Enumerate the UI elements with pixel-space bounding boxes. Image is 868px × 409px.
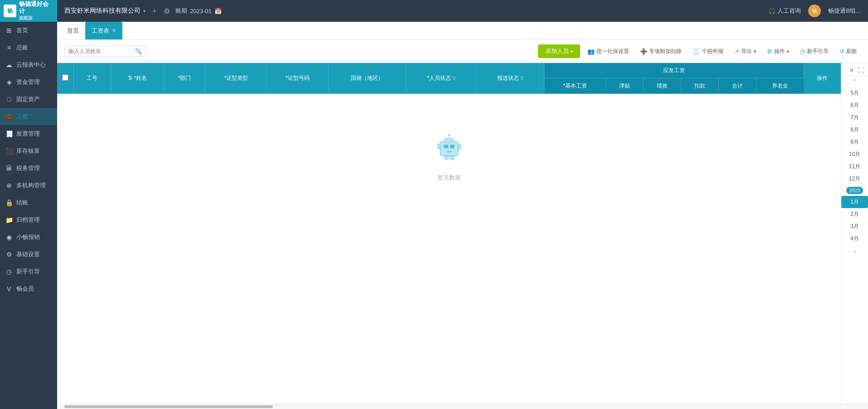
- sidebar-item-label: 总账: [16, 44, 28, 52]
- sidebar-item-label: 云报表中心: [16, 61, 46, 69]
- timeline-scroll-up[interactable]: ⌃: [850, 76, 859, 87]
- sidebar-item-inventory[interactable]: ⬛ 库存核算: [0, 142, 57, 160]
- search-input[interactable]: [68, 48, 132, 54]
- timeline-month-7[interactable]: 7月: [841, 112, 868, 124]
- tax-icon: 🏛: [5, 165, 13, 172]
- close-panel-button[interactable]: ✕: [849, 67, 854, 74]
- search-box[interactable]: 🔍: [64, 46, 146, 57]
- svg-rect-2: [450, 145, 455, 148]
- social-action[interactable]: 👥 统一社保设置: [584, 46, 633, 57]
- sidebar-item-asset[interactable]: □ 固定资产: [0, 91, 57, 108]
- sidebar-item-close[interactable]: 🔒 结账: [0, 194, 57, 211]
- inventory-icon: ⬛: [5, 147, 13, 155]
- tax-label: 个税申报: [702, 48, 723, 55]
- app-subtitle: 旗舰版: [19, 15, 53, 21]
- sidebar-item-fund[interactable]: ◈ 资金管理: [0, 73, 57, 91]
- add-company-icon[interactable]: ＋: [151, 6, 158, 16]
- expense-icon: ◉: [5, 234, 13, 241]
- empty-text: 暂无数据: [437, 174, 461, 182]
- refresh-label: 刷新: [846, 48, 857, 55]
- tab-close-icon[interactable]: ✕: [112, 28, 116, 34]
- calendar-icon[interactable]: 📅: [214, 8, 222, 15]
- sidebar-item-label: 新手引导: [16, 268, 40, 276]
- operate-icon: ⚙: [767, 48, 772, 55]
- invoice-icon: 🧾: [5, 130, 13, 137]
- th-total: 合计: [719, 78, 756, 94]
- tab-home[interactable]: 首页: [61, 22, 85, 39]
- sidebar-item-archive[interactable]: 📁 归档管理: [0, 211, 57, 229]
- user-name: 畅捷通B组...: [828, 7, 861, 15]
- export-action[interactable]: ↗ 导出 ▾: [731, 46, 760, 57]
- timeline-month-10[interactable]: 10月: [841, 148, 868, 161]
- timeline-month-9[interactable]: 9月: [841, 136, 868, 148]
- sidebar-item-multi[interactable]: ⊕ 多机构管理: [0, 177, 57, 194]
- refresh-icon: ↺: [839, 48, 844, 55]
- maximize-panel-button[interactable]: ⛶: [858, 67, 864, 74]
- svg-point-10: [448, 134, 450, 136]
- operate-action[interactable]: ⚙ 操作 ▾: [763, 46, 793, 57]
- sidebar-item-label: 基础设置: [16, 250, 40, 258]
- salary-table-container: 工号 ⇅ *姓名 *部门 *证型类型 *证型号码 国籍（地区） *人员状态 ▽ …: [57, 63, 841, 404]
- deduction-action[interactable]: ➕ 专项附加扣除: [636, 46, 685, 57]
- timeline-month-4[interactable]: 4月: [841, 233, 868, 245]
- th-base-salary: *基本工资: [544, 78, 606, 94]
- fund-icon: ◈: [5, 78, 13, 86]
- sidebar-item-label: 资金管理: [16, 78, 40, 86]
- tax-action[interactable]: 🧾 个税申报: [689, 46, 727, 57]
- sidebar-item-guide[interactable]: ◷ 新手引导: [0, 263, 57, 280]
- timeline-panel: ✕ ⛶ ⌃ 5月 6月 7月 8月 9月 10月 11月 12月 2023 1月…: [841, 63, 868, 404]
- sidebar-item-label: 税务管理: [16, 164, 40, 172]
- sidebar-item-tax[interactable]: 🏛 税务管理: [0, 160, 57, 177]
- sidebar-item-label: 首页: [16, 26, 28, 34]
- sidebar-item-salary[interactable]: 💼 工资: [0, 108, 57, 125]
- content-area: 首页 工资表 ✕ 🔍 添加人员 ▾ 👥 统一社保设: [57, 22, 868, 409]
- sidebar-item-label: 小畅报销: [16, 233, 40, 241]
- sidebar-item-invoice[interactable]: 🧾 发票管理: [0, 125, 57, 142]
- svg-rect-0: [440, 141, 458, 156]
- sidebar-item-label: 发票管理: [16, 130, 40, 138]
- svg-rect-5: [458, 144, 461, 149]
- timeline-month-5[interactable]: 5月: [841, 87, 868, 99]
- add-person-button[interactable]: 添加人员 ▾: [538, 44, 580, 58]
- select-all-checkbox[interactable]: [62, 74, 68, 81]
- timeline-month-11[interactable]: 11月: [841, 161, 868, 173]
- timeline-month-6[interactable]: 6月: [841, 99, 868, 112]
- settings-gear-icon[interactable]: ⚙: [164, 7, 170, 15]
- timeline-month-1[interactable]: 1月: [841, 196, 868, 208]
- timeline-month-8[interactable]: 8月: [841, 124, 868, 136]
- company-name: 西安虾米网络科技有限公司: [64, 7, 141, 15]
- guide-icon: ◷: [5, 268, 13, 275]
- timeline-month-12[interactable]: 12月: [841, 173, 868, 185]
- headset-icon: 🎧: [768, 8, 776, 15]
- export-icon: ↗: [734, 48, 739, 55]
- horizontal-scrollbar[interactable]: [64, 405, 273, 408]
- sidebar-item-report[interactable]: ☁ 云报表中心: [0, 56, 57, 73]
- timeline-month-3[interactable]: 3月: [841, 220, 868, 233]
- sidebar-item-ledger[interactable]: ≡ 总账: [0, 39, 57, 56]
- help-button[interactable]: 🎧 人工咨询: [768, 7, 801, 15]
- sidebar-item-settings[interactable]: ⚙ 基础设置: [0, 246, 57, 263]
- logo-icon: 畅: [4, 5, 16, 17]
- tab-salary[interactable]: 工资表 ✕: [85, 22, 122, 39]
- sidebar-item-member[interactable]: V 畅会员: [0, 280, 57, 297]
- tab-salary-label: 工资表: [92, 27, 109, 35]
- timeline-month-2[interactable]: 2月: [841, 208, 868, 220]
- home-icon: ⊞: [5, 27, 13, 34]
- th-dept: *部门: [164, 63, 205, 94]
- svg-rect-6: [445, 156, 448, 160]
- sidebar-item-label: 库存核算: [16, 147, 40, 155]
- sidebar-item-home[interactable]: ⊞ 首页: [0, 22, 57, 39]
- export-label: 导出: [741, 48, 752, 55]
- guide-action[interactable]: ◷ 新手引导: [796, 46, 832, 57]
- th-pension: 养老金: [756, 78, 804, 94]
- th-ops: 操作: [804, 63, 841, 94]
- th-deduct: 扣款: [681, 78, 719, 94]
- sidebar-item-expense[interactable]: ◉ 小畅报销: [0, 229, 57, 246]
- refresh-action[interactable]: ↺ 刷新: [836, 46, 861, 57]
- topbar-right: 🎧 人工咨询 畅 畅捷通B组...: [768, 5, 861, 17]
- timeline-scroll-down[interactable]: ⌄: [850, 245, 859, 256]
- search-icon: 🔍: [135, 48, 142, 54]
- th-id-num: *证型号码: [267, 63, 329, 94]
- company-selector[interactable]: 西安虾米网络科技有限公司 ▾: [64, 7, 145, 15]
- operate-chevron-icon: ▾: [787, 49, 789, 54]
